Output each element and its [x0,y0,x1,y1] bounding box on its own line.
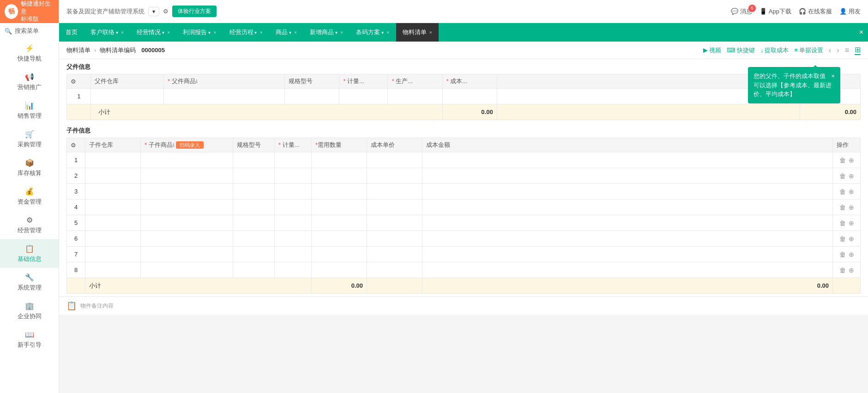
child-row-8-delete-icon[interactable]: 🗑 [839,266,846,274]
sidebar-search[interactable]: 🔍 搜索菜单 [0,23,59,39]
child-row-5-qty[interactable] [312,215,367,231]
sidebar-item-system[interactable]: 🔧 系统管理 [0,268,59,296]
parent-th-settings[interactable]: ⚙ [67,74,91,89]
child-row-2-unit[interactable] [275,168,312,184]
tab-products[interactable]: 商品 × [269,23,303,42]
child-row-5-spec[interactable] [233,215,275,231]
child-row-2-unit-cost[interactable] [367,168,422,184]
tab-operations-process-close[interactable]: × [259,30,262,35]
tab-home[interactable]: 首页 [59,23,84,42]
parent-row-1-cost[interactable] [442,89,497,104]
tab-bom-close[interactable]: × [429,30,432,35]
child-row-8-product[interactable] [141,262,233,278]
child-row-1-delete-icon[interactable]: 🗑 [839,157,846,164]
child-row-6-qty[interactable] [312,231,367,247]
child-row-7-copy-icon[interactable]: ⊕ [849,251,854,258]
system-dropdown[interactable]: ▾ [148,7,159,16]
child-row-1-qty[interactable] [312,152,367,168]
child-row-5-unit-cost[interactable] [367,215,422,231]
child-th-settings[interactable]: ⚙ [67,138,85,152]
child-row-3-unit[interactable] [275,184,312,200]
nav-next[interactable]: › [837,46,839,54]
parent-row-1-unit[interactable] [339,89,388,104]
child-row-7-warehouse[interactable] [85,247,141,262]
child-row-1-unit[interactable] [275,152,312,168]
child-row-4-qty[interactable] [312,200,367,215]
child-row-1-copy-icon[interactable]: ⊕ [849,157,854,164]
child-row-1-unit-cost[interactable] [367,152,422,168]
child-row-7-product[interactable] [141,247,233,262]
tab-new-product-close[interactable]: × [340,30,343,35]
tab-customer-close[interactable]: × [121,30,124,35]
child-row-6-unit-cost[interactable] [367,231,422,247]
child-row-1-warehouse[interactable] [85,152,141,168]
child-row-3-unit-cost[interactable] [367,184,422,200]
child-row-3-product[interactable] [141,184,233,200]
sidebar-item-guide[interactable]: 📖 新手引导 [0,325,59,354]
sidebar-item-marketing[interactable]: 📢 营销推广 [0,67,59,96]
tab-barcode-close[interactable]: × [386,30,389,35]
tab-operations-situation-close[interactable]: × [167,30,170,35]
tooltip-close-button[interactable]: × [831,72,835,81]
child-row-3-qty[interactable] [312,184,367,200]
sidebar-item-operations[interactable]: ⚙ 经营管理 [0,211,59,239]
child-row-2-qty[interactable] [312,168,367,184]
breadcrumb-parent[interactable]: 物料清单 [66,46,90,54]
tab-new-product[interactable]: 新增商品 × [303,23,350,42]
child-row-5-copy-icon[interactable]: ⊕ [849,219,854,227]
child-row-3-spec[interactable] [233,184,275,200]
parent-row-1-production[interactable] [388,89,442,104]
child-row-7-unit-cost[interactable] [367,247,422,262]
child-row-7-spec[interactable] [233,247,275,262]
child-row-8-qty[interactable] [312,262,367,278]
child-row-1-spec[interactable] [233,152,275,168]
parent-row-1-product[interactable] [163,89,284,104]
extract-cost-action[interactable]: ↓ 提取成本 [760,46,789,54]
user-item[interactable]: 👤 用友 [839,7,861,16]
view-action[interactable]: ▶ 视频 [703,46,721,54]
tab-bom[interactable]: 物料清单 × [396,23,439,42]
child-row-2-product[interactable] [141,168,233,184]
sidebar-item-finance[interactable]: 💰 资金管理 [0,182,59,211]
tab-profit-report-close[interactable]: × [213,30,216,35]
child-row-3-warehouse[interactable] [85,184,141,200]
child-row-8-spec[interactable] [233,262,275,278]
child-row-1-product[interactable] [141,152,233,168]
sidebar-item-basic-info[interactable]: 📋 基础信息 [0,239,59,268]
shortcut-action[interactable]: ⌨ 快捷键 [727,46,755,54]
app-download-item[interactable]: 📱 App下载 [760,7,791,16]
child-row-3-delete-icon[interactable]: 🗑 [839,188,846,195]
child-row-4-product[interactable] [141,200,233,215]
child-row-4-unit[interactable] [275,200,312,215]
child-row-6-product[interactable] [141,231,233,247]
child-row-4-warehouse[interactable] [85,200,141,215]
sidebar-item-quick-nav[interactable]: ⚡ 快捷导航 [0,39,59,67]
scan-input-btn[interactable]: 扫码录入 [176,141,204,149]
add-note-icon[interactable]: 📋 [66,301,77,311]
child-row-5-delete-icon[interactable]: 🗑 [839,219,846,227]
nav-prev[interactable]: ‹ [829,46,831,54]
trial-button[interactable]: 体验行业方案 [172,6,217,17]
tab-profit-report[interactable]: 利润报告 × [176,23,223,42]
child-row-2-warehouse[interactable] [85,168,141,184]
sidebar-item-inventory[interactable]: 📦 库存核算 [0,153,59,182]
child-row-7-qty[interactable] [312,247,367,262]
child-row-4-copy-icon[interactable]: ⊕ [849,204,854,211]
parent-row-1-spec[interactable] [285,89,339,104]
child-row-2-spec[interactable] [233,168,275,184]
list-view[interactable]: ≡ [845,46,849,54]
tab-operations-process[interactable]: 经营历程 × [223,23,269,42]
child-row-2-delete-icon[interactable]: 🗑 [839,172,846,180]
tab-barcode[interactable]: 条码方案 × [350,23,396,42]
child-row-5-unit[interactable] [275,215,312,231]
child-row-6-spec[interactable] [233,231,275,247]
parent-row-1-warehouse[interactable] [91,89,163,104]
tab-customer[interactable]: 客户联络 × [84,23,130,42]
child-row-6-delete-icon[interactable]: 🗑 [839,235,846,242]
child-row-2-copy-icon[interactable]: ⊕ [849,172,854,180]
child-row-4-unit-cost[interactable] [367,200,422,215]
single-settings-action[interactable]: ≡ 单据设置 [794,46,823,54]
close-all-tabs[interactable]: × [855,28,868,36]
child-row-3-copy-icon[interactable]: ⊕ [849,188,854,195]
child-row-6-copy-icon[interactable]: ⊕ [849,235,854,242]
